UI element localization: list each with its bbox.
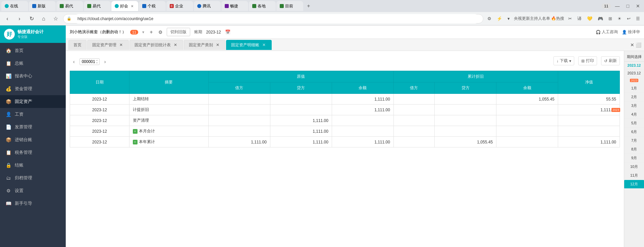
service-button[interactable]: 🎧 人工咨询 [596,29,618,35]
wallet-icon[interactable]: 💛 [586,15,594,22]
browser-tab-9[interactable]: 畅捷 [221,1,248,11]
browser-tab-4[interactable]: 易代 [84,1,111,11]
period-item-2023[interactable]: 2023 [624,77,644,84]
sidebar-item-fixed-assets[interactable]: 📦 固定资产 [0,95,66,108]
collapse-tabs-button[interactable]: ✕ [630,42,634,48]
undo-icon[interactable]: ↩ [626,15,632,22]
period-item-2023-12-b[interactable]: 2023.12 [624,69,644,77]
calendar-icon[interactable]: 📅 [225,29,230,35]
browser-tab-10[interactable]: 各地 [249,1,276,11]
browser-tab-6[interactable]: 个税 [139,1,166,11]
browser-tab-1[interactable]: 在线 [1,1,28,11]
browser-tab-11[interactable]: 目前 [276,1,303,11]
sidebar-item-tax[interactable]: 📋 税务管理 [0,146,66,159]
print-button[interactable]: ⊞ 打印 [578,56,597,65]
period-item-11[interactable]: 11月 [624,171,644,180]
cell-orig-balance-3 [332,115,393,126]
user-button[interactable]: 👤 徐泽华 [622,29,640,35]
switch-version-button[interactable]: 切到旧版 [167,28,190,36]
tab-label-7: 企业 [175,3,183,9]
period-item-7[interactable]: 7月 [624,136,644,145]
period-item-5[interactable]: 5月 [624,119,644,128]
sidebar-item-guide[interactable]: 📖 新手引导 [0,197,66,210]
browser-tab-7[interactable]: C 企业 [166,1,193,11]
period-item-1[interactable]: 1月 [624,84,644,93]
tab-close-5[interactable]: ✕ [131,4,133,8]
sidebar-item-invoice[interactable]: 📄 发票管理 [0,121,66,133]
extensions-icon[interactable]: ⚙ [486,15,493,22]
dropdown-icon[interactable]: ▾ [142,30,144,35]
tab-close-depreciation[interactable]: ✕ [173,42,178,48]
reload-button[interactable]: ↻ [27,14,36,23]
sidebar-item-funds[interactable]: 💰 资金管理 [0,82,66,95]
period-item-8[interactable]: 8月 [624,145,644,154]
tab-fixed-assets-mgmt[interactable]: 固定资产管理 ✕ [87,40,129,50]
tab-depreciation-stats[interactable]: 固定资产折旧统计表 ✕ [129,40,183,50]
archive-icon: 🗂 [5,175,11,181]
browser-tab-5[interactable]: 好会 ✕ [111,1,138,11]
tab-close-category[interactable]: ✕ [215,42,220,48]
prev-page-button[interactable]: ‹ [71,58,77,65]
add-account-button[interactable]: + [148,29,154,35]
forward-button[interactable]: › [15,14,24,23]
period-item-2[interactable]: 2月 [624,93,644,102]
menu-icon[interactable]: ☰ [635,15,641,22]
browser-tab-2[interactable]: 新版 [29,1,56,11]
browser-tab-3[interactable]: 易代 [56,1,83,11]
new-tab-button[interactable]: + [304,1,313,11]
period-item-6[interactable]: 6月 [624,128,644,136]
tab-asset-category[interactable]: 固定资产类别 ✕ [184,40,225,50]
cell-summary-1: 上期结转 [129,94,208,105]
download-button[interactable]: ↓ 下载 ▾ [553,56,574,65]
period-item-3[interactable]: 3月 [624,102,644,110]
home-icon: 🏠 [5,48,11,53]
sidebar-item-payroll[interactable]: 👤 工资 [0,108,66,121]
period-item-12[interactable]: 12月 [624,180,644,189]
sidebar-item-settings[interactable]: ⚙ 设置 [0,184,66,197]
address-input[interactable] [73,14,480,23]
sidebar-item-reports[interactable]: 📊 报表中心 [0,70,66,82]
period-panel-title: 期间选择 [624,52,644,62]
tab-home[interactable]: 首页 [68,40,87,50]
back-button[interactable]: ‹ [3,14,12,23]
next-page-button[interactable]: › [102,58,108,65]
game-icon[interactable]: 🎮 [596,15,604,22]
sidebar-item-general-ledger[interactable]: 📋 总账 [0,57,66,70]
funds-icon: 💰 [5,86,11,91]
sidebar-item-archive[interactable]: 🗂 归档管理 [0,172,66,184]
page-input[interactable] [79,58,100,65]
close-button[interactable]: ✕ [633,2,643,10]
tab-close-detail[interactable]: ✕ [261,42,267,48]
browser-tab-8[interactable]: 腾讯 [194,1,221,11]
home-button[interactable]: ⌂ [39,14,48,23]
search-label: 央视更新主持人名单 🔥热搜 [514,16,564,21]
scissors-icon[interactable]: ✂ [567,15,573,22]
sidebar-item-closing[interactable]: 🔒 结账 [0,159,66,172]
grid-icon[interactable]: ⊞ [607,15,613,22]
sidebar-item-home[interactable]: 🏠 首页 [0,44,66,57]
expand-tabs-button[interactable]: ⬜ [636,42,641,48]
tab-label-9: 畅捷 [230,3,238,9]
bookmark-button[interactable]: ☆ [51,14,60,23]
tab-asset-detail[interactable]: 固定资产明细账 ✕ [226,40,272,50]
maximize-button[interactable]: □ [624,2,632,10]
lightning-icon[interactable]: ⚡ [495,15,503,22]
period-item-2023-12-a[interactable]: 2023.12 [624,62,644,69]
settings-gear-icon[interactable]: ⚙ [158,29,163,35]
sidebar: 好 畅捷通好会计 专业版 🏠 首页 📋 总账 📊 报表中心 💰 资金管理 [0,25,66,247]
cell-net-value-2: 1,111.00 2023 [558,105,620,115]
brightness-icon[interactable]: ☀ [616,15,623,22]
tab-close-fixed-assets-mgmt[interactable]: ✕ [118,42,124,48]
sidebar-item-inventory[interactable]: 📦 进销台账 [0,133,66,146]
dropdown-icon[interactable]: ▾ [506,15,511,22]
period-item-10[interactable]: 10月 [624,163,644,171]
minimize-button[interactable]: — [612,2,623,10]
cell-acc-balance-5 [496,137,558,147]
refresh-button[interactable]: ↺ 刷新 [601,56,620,65]
cell-orig-credit-2 [270,105,332,115]
period-item-4[interactable]: 4月 [624,110,644,119]
summary-icon-5: + [133,140,138,144]
translate-icon[interactable]: 译 [576,15,583,22]
period-item-9[interactable]: 9月 [624,154,644,163]
year-badge: 2023 [611,108,620,112]
